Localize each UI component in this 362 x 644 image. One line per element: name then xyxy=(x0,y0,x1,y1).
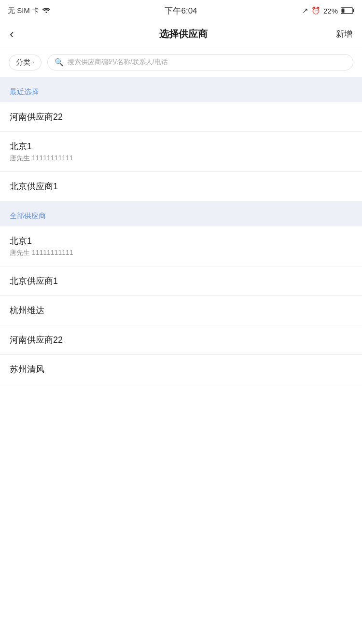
list-item[interactable]: 苏州清风 xyxy=(0,355,362,384)
list-item[interactable]: 北京供应商1 xyxy=(0,266,362,296)
battery-level: 22% xyxy=(323,7,338,15)
list-item[interactable]: 杭州维达 xyxy=(0,296,362,325)
list-item[interactable]: 河南供应商22 xyxy=(0,102,362,132)
chevron-right-icon: › xyxy=(32,59,34,66)
recent-section-label: 最近选择 xyxy=(10,87,39,96)
recent-items-list: 河南供应商22 北京1 唐先生 11111111111 北京供应商1 xyxy=(0,102,362,201)
add-button[interactable]: 新增 xyxy=(336,28,352,40)
list-item[interactable]: 北京1 唐先生 11111111111 xyxy=(0,132,362,172)
svg-rect-2 xyxy=(342,9,345,13)
item-name: 河南供应商22 xyxy=(10,111,352,123)
battery-icon xyxy=(341,7,354,14)
category-label: 分类 xyxy=(16,58,30,67)
location-icon: ↗ xyxy=(302,6,308,15)
item-detail: 唐先生 11111111111 xyxy=(10,249,352,257)
list-item[interactable]: 北京供应商1 xyxy=(0,172,362,201)
sim-status: 无 SIM 卡 xyxy=(8,6,39,15)
alarm-icon: ⏰ xyxy=(311,6,320,15)
search-icon: 🔍 xyxy=(55,58,64,67)
category-filter-button[interactable]: 分类 › xyxy=(9,55,42,70)
filter-bar: 分类 › 🔍 搜索供应商编码/名称/联系人/电话 xyxy=(0,47,362,77)
status-left: 无 SIM 卡 xyxy=(8,6,51,15)
nav-bar: ‹ 选择供应商 新增 xyxy=(0,21,362,47)
svg-rect-1 xyxy=(353,9,355,12)
search-placeholder: 搜索供应商编码/名称/联系人/电话 xyxy=(68,58,168,67)
item-name: 河南供应商22 xyxy=(10,334,352,346)
all-section-header: 全部供应商 xyxy=(0,201,362,226)
status-right: ↗ ⏰ 22% xyxy=(302,6,354,15)
wifi-icon xyxy=(42,7,51,14)
all-items-list: 北京1 唐先生 11111111111 北京供应商1 杭州维达 河南供应商22 … xyxy=(0,226,362,384)
list-item[interactable]: 北京1 唐先生 11111111111 xyxy=(0,226,362,266)
item-name: 北京供应商1 xyxy=(10,275,352,287)
item-detail: 唐先生 11111111111 xyxy=(10,154,352,163)
back-button[interactable]: ‹ xyxy=(10,27,31,42)
recent-section-header: 最近选择 xyxy=(0,77,362,102)
item-name: 杭州维达 xyxy=(10,305,352,316)
item-name: 北京1 xyxy=(10,140,352,152)
item-name: 北京供应商1 xyxy=(10,181,352,192)
all-section-label: 全部供应商 xyxy=(10,211,46,220)
list-item[interactable]: 河南供应商22 xyxy=(0,325,362,355)
search-box[interactable]: 🔍 搜索供应商编码/名称/联系人/电话 xyxy=(47,54,353,70)
status-time: 下午6:04 xyxy=(165,5,197,16)
item-name: 北京1 xyxy=(10,235,352,247)
status-bar: 无 SIM 卡 下午6:04 ↗ ⏰ 22% xyxy=(0,0,362,21)
item-name: 苏州清风 xyxy=(10,364,352,375)
page-title: 选择供应商 xyxy=(159,28,208,41)
